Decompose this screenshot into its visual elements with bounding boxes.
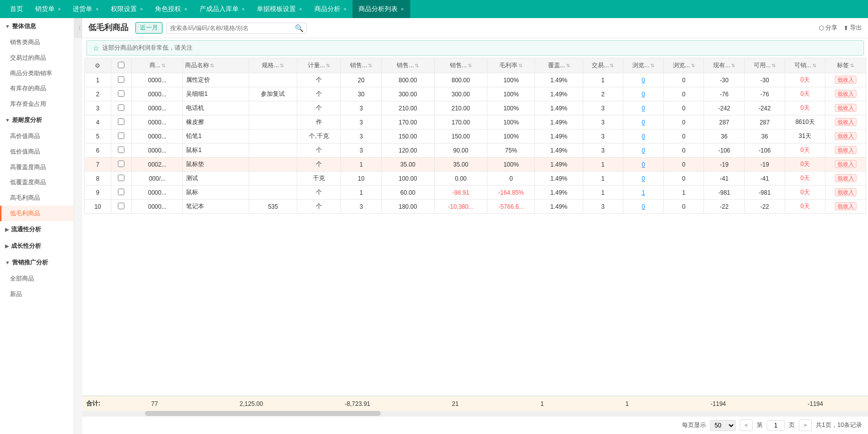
sidebar-item-low-margin[interactable]: 低毛利商品 xyxy=(0,206,74,221)
close-icon[interactable]: × xyxy=(58,6,61,12)
close-icon[interactable]: × xyxy=(184,6,187,12)
row-checkbox-cell[interactable] xyxy=(111,87,131,101)
nav-sales-order[interactable]: 销货单 × xyxy=(29,0,67,18)
nav-product-entry[interactable]: 产成品入库单 × xyxy=(194,0,251,18)
nav-home[interactable]: 首页 xyxy=(4,0,29,18)
close-icon[interactable]: × xyxy=(95,6,98,12)
scrollbar-thumb[interactable] xyxy=(145,411,381,416)
sidebar-group-growth[interactable]: ▶ 成长性分析 xyxy=(0,238,74,254)
sidebar-item-stocked-goods[interactable]: 有库存的商品 xyxy=(0,81,74,96)
row-browse1[interactable]: 1 xyxy=(623,186,664,200)
sidebar-item-low-coverage[interactable]: 低覆盖度商品 xyxy=(0,175,74,190)
sidebar-item-high-margin[interactable]: 高毛利商品 xyxy=(0,190,74,206)
prev-page-button[interactable]: ＜ xyxy=(740,419,753,431)
nav-template-settings[interactable]: 单据模板设置 × xyxy=(251,0,308,18)
sidebar-collapse-button[interactable]: 《 xyxy=(74,18,82,38)
col-header-settings[interactable]: ⚙ xyxy=(85,58,111,73)
row-checkbox[interactable] xyxy=(118,203,124,209)
close-icon[interactable]: × xyxy=(343,6,346,12)
row-tag: 低收入 xyxy=(825,129,866,143)
row-checkbox[interactable] xyxy=(118,161,124,167)
row-checkbox[interactable] xyxy=(118,132,124,139)
sidebar-item-capital-usage[interactable]: 库存资金占用 xyxy=(0,96,74,112)
next-page-button[interactable]: ＞ xyxy=(799,419,812,431)
row-checkbox[interactable] xyxy=(118,118,124,125)
row-checkbox-cell[interactable] xyxy=(111,172,131,186)
nav-roles[interactable]: 角色授权 × xyxy=(149,0,193,18)
row-checkbox-cell[interactable] xyxy=(111,115,131,129)
row-checkbox-cell[interactable] xyxy=(111,73,131,87)
sidebar-group-marketing[interactable]: ▼ 营销推广分析 xyxy=(0,254,74,271)
col-header-price[interactable]: 销售...⇅ xyxy=(382,58,435,73)
col-header-checkbox[interactable] xyxy=(111,58,131,73)
col-header-spec[interactable]: 规格...⇅ xyxy=(249,58,297,73)
col-header-browse1[interactable]: 浏览...⇅ xyxy=(623,58,664,73)
row-avail: -106 xyxy=(745,143,785,158)
nav-product-analysis-list[interactable]: 商品分析列表 × xyxy=(353,0,410,18)
horizontal-scrollbar[interactable] xyxy=(82,411,868,416)
sidebar-item-new-goods[interactable]: 新品 xyxy=(0,286,74,302)
sidebar-item-high-coverage[interactable]: 高覆盖度商品 xyxy=(0,160,74,175)
col-header-coverage[interactable]: 覆盖...⇅ xyxy=(535,58,583,73)
row-browse1[interactable]: 0 xyxy=(623,172,664,186)
row-browse1[interactable]: 0 xyxy=(623,87,664,101)
row-checkbox[interactable] xyxy=(118,189,124,195)
col-header-tag[interactable]: 标签⇅ xyxy=(825,58,866,73)
row-browse1[interactable]: 0 xyxy=(623,143,664,158)
row-browse1[interactable]: 0 xyxy=(623,129,664,143)
sidebar-item-high-value[interactable]: 高价值商品 xyxy=(0,128,74,144)
sidebar-item-traded-goods[interactable]: 交易过的商品 xyxy=(0,50,74,66)
page-number-input[interactable] xyxy=(767,420,785,430)
close-icon[interactable]: × xyxy=(242,6,245,12)
select-all-checkbox[interactable] xyxy=(118,62,124,68)
sidebar-item-all-goods[interactable]: 全部商品 xyxy=(0,271,74,286)
search-icon[interactable]: 🔍 xyxy=(295,24,303,32)
row-checkbox[interactable] xyxy=(118,147,124,153)
row-browse1[interactable]: 0 xyxy=(623,101,664,115)
page-size-select[interactable]: 50 100 200 xyxy=(710,420,736,431)
row-checkbox[interactable] xyxy=(118,175,124,181)
data-table-container[interactable]: ⚙ 商...⇅ 商品名称⇅ 规格...⇅ 计量...⇅ 销售...⇅ 销售...… xyxy=(82,58,868,395)
nav-product-analysis[interactable]: 商品分析 × xyxy=(308,0,353,18)
sidebar-group-overall[interactable]: ▼ 整体信息 xyxy=(0,18,74,35)
close-icon[interactable]: × xyxy=(401,6,404,12)
sidebar-group-circulation[interactable]: ▶ 流通性分析 xyxy=(0,221,74,238)
col-header-name[interactable]: 商品名称⇅ xyxy=(183,58,249,73)
row-checkbox-cell[interactable] xyxy=(111,186,131,200)
row-checkbox-cell[interactable] xyxy=(111,158,131,172)
row-checkbox[interactable] xyxy=(118,90,124,97)
row-browse1[interactable]: 0 xyxy=(623,158,664,172)
export-button[interactable]: ⬆ 导出 xyxy=(843,24,862,32)
row-browse1[interactable]: 0 xyxy=(623,115,664,129)
col-header-browse2[interactable]: 浏览...⇅ xyxy=(663,58,704,73)
row-checkbox-cell[interactable] xyxy=(111,200,131,214)
sidebar-item-low-value[interactable]: 低价值商品 xyxy=(0,144,74,160)
close-icon[interactable]: × xyxy=(140,6,143,12)
col-header-profit-rate[interactable]: 毛利率⇅ xyxy=(487,58,535,73)
row-browse1[interactable]: 0 xyxy=(623,73,664,87)
col-header-saleable[interactable]: 可销...⇅ xyxy=(785,58,825,73)
col-header-sales[interactable]: 销售...⇅ xyxy=(434,58,487,73)
col-header-avail[interactable]: 可用...⇅ xyxy=(745,58,785,73)
col-header-qty[interactable]: 销售...⇅ xyxy=(341,58,382,73)
row-checkbox[interactable] xyxy=(118,104,124,111)
row-code: 0000... xyxy=(131,143,183,158)
close-icon[interactable]: × xyxy=(299,6,302,12)
col-header-unit[interactable]: 计量...⇅ xyxy=(297,58,341,73)
filter-recent-month-button[interactable]: 近一月 xyxy=(135,22,162,34)
search-input[interactable] xyxy=(170,25,295,32)
sidebar-item-sales-goods[interactable]: 销售类商品 xyxy=(0,35,74,50)
sidebar-item-category-rate[interactable]: 商品分类助销率 xyxy=(0,66,74,81)
share-button[interactable]: ⬡ 分享 xyxy=(819,24,837,32)
col-header-code[interactable]: 商...⇅ xyxy=(131,58,183,73)
row-browse1[interactable]: 0 xyxy=(623,200,664,214)
col-header-stock[interactable]: 现有...⇅ xyxy=(704,58,745,73)
row-checkbox-cell[interactable] xyxy=(111,129,131,143)
row-checkbox-cell[interactable] xyxy=(111,101,131,115)
row-checkbox[interactable] xyxy=(118,76,124,83)
nav-purchase-order[interactable]: 进货单 × xyxy=(67,0,104,18)
col-header-trade[interactable]: 交易...⇅ xyxy=(583,58,623,73)
sidebar-group-analysis[interactable]: ▼ 差耐度分析 xyxy=(0,112,74,128)
row-checkbox-cell[interactable] xyxy=(111,143,131,158)
nav-permissions[interactable]: 权限设置 × xyxy=(105,0,149,18)
